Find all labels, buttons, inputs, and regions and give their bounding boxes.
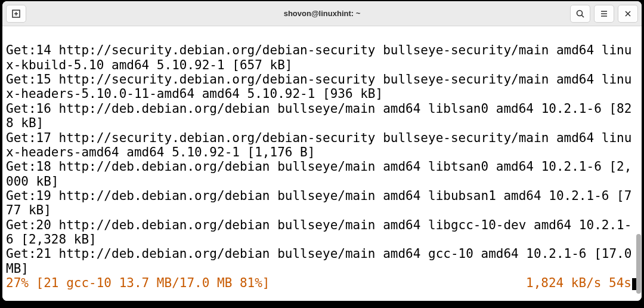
output-line: Get:17 http://security.debian.org/debian… (6, 131, 638, 160)
scrollbar[interactable] (636, 28, 642, 299)
output-line: Get:19 http://deb.debian.org/debian bull… (6, 189, 638, 218)
terminal-window: shovon@linuxhint: ~ (2, 1, 642, 301)
new-tab-icon (11, 9, 21, 19)
window-title: shovon@linuxhint: ~ (284, 9, 361, 18)
progress-right: 1,824 kB/s 54s (526, 276, 631, 290)
scrollbar-thumb[interactable] (636, 234, 641, 294)
menu-button[interactable] (594, 5, 614, 23)
output-line: Get:20 http://deb.debian.org/debian bull… (6, 218, 638, 247)
search-icon (575, 9, 585, 19)
progress-left: 27% [21 gcc-10 13.7 MB/17.0 MB 81%] (6, 276, 270, 290)
output-line: Get:15 http://security.debian.org/debian… (6, 72, 638, 101)
new-tab-button[interactable] (6, 5, 26, 23)
output-line: Get:16 http://deb.debian.org/debian bull… (6, 101, 638, 131)
terminal-output[interactable]: Get:14 http://security.debian.org/debian… (2, 26, 642, 301)
close-button[interactable] (618, 5, 638, 23)
search-button[interactable] (570, 5, 590, 23)
titlebar: shovon@linuxhint: ~ (2, 1, 642, 26)
output-line: Get:14 http://security.debian.org/debian… (6, 43, 638, 72)
output-line: Get:21 http://deb.debian.org/debian bull… (6, 247, 638, 276)
progress-line: 27% [21 gcc-10 13.7 MB/17.0 MB 81%]1,824… (6, 276, 638, 290)
svg-line-4 (582, 15, 584, 17)
hamburger-icon (599, 9, 609, 19)
svg-point-3 (577, 10, 583, 16)
output-line: Get:18 http://deb.debian.org/debian bull… (6, 159, 638, 189)
close-icon (623, 9, 633, 19)
